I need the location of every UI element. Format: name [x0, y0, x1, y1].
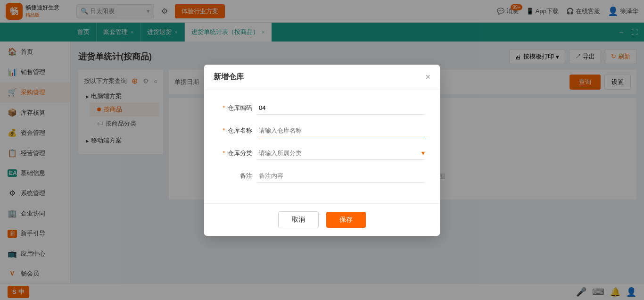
new-warehouse-modal: 新增仓库 × * 仓库编码 * 仓库名称: [204, 65, 440, 236]
modal-footer: 取消 保存: [204, 203, 440, 236]
modal-close-button[interactable]: ×: [425, 72, 430, 82]
modal-body: * 仓库编码 * 仓库名称 * 仓库分类: [204, 90, 440, 203]
save-button[interactable]: 保存: [326, 212, 366, 228]
warehouse-note-input[interactable]: [257, 169, 425, 183]
warehouse-code-row: * 仓库编码: [219, 101, 425, 115]
warehouse-name-row: * 仓库名称: [219, 124, 425, 137]
warehouse-category-label: * 仓库分类: [219, 149, 257, 158]
warehouse-name-label: * 仓库名称: [219, 126, 257, 135]
warehouse-code-input[interactable]: [257, 101, 425, 115]
modal-title: 新增仓库: [214, 72, 244, 82]
category-dropdown-icon[interactable]: ▾: [421, 149, 425, 157]
warehouse-note-label: 备注: [219, 172, 257, 180]
modal-overlay: 新增仓库 × * 仓库编码 * 仓库名称: [0, 0, 644, 300]
warehouse-category-wrapper: ▾: [257, 147, 425, 160]
warehouse-note-row: 备注: [219, 169, 425, 183]
modal-header: 新增仓库 ×: [204, 65, 440, 90]
warehouse-category-input[interactable]: [257, 147, 421, 159]
warehouse-name-input[interactable]: [257, 124, 425, 137]
warehouse-category-row: * 仓库分类 ▾: [219, 147, 425, 160]
cancel-button[interactable]: 取消: [278, 211, 319, 228]
warehouse-code-label: * 仓库编码: [219, 104, 257, 112]
